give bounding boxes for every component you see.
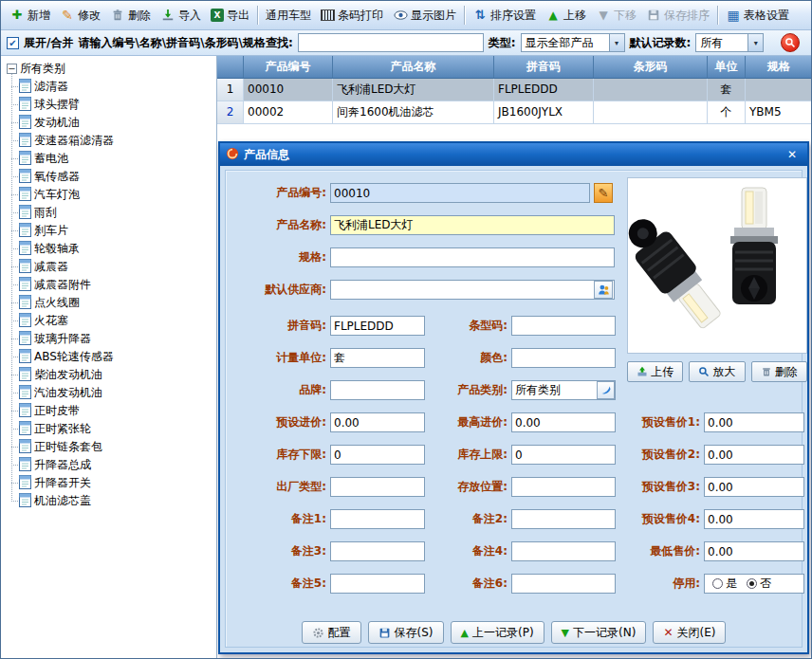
tree-root[interactable]: − 所有类别 xyxy=(7,60,216,78)
tree-item[interactable]: 火花塞 xyxy=(11,312,216,330)
previous-record-button[interactable]: ▲ 上一记录(P) xyxy=(451,621,544,644)
label-color: 颜色: xyxy=(408,348,508,368)
universal-models-button[interactable]: 通用车型 xyxy=(261,5,316,27)
tree-item[interactable]: 刹车片 xyxy=(11,222,216,240)
price4-input[interactable] xyxy=(704,509,804,529)
tree-item[interactable]: 点火线圈 xyxy=(11,294,216,312)
tree-item[interactable]: 滤清器 xyxy=(11,78,216,96)
supplier-input[interactable] xyxy=(330,280,615,300)
document-icon xyxy=(19,295,31,312)
zoom-image-button[interactable]: 放大 xyxy=(689,361,745,382)
radio-no[interactable]: 否 xyxy=(747,576,771,592)
row-number-header[interactable] xyxy=(217,56,244,79)
add-button[interactable]: ✚ 新增 xyxy=(5,5,55,27)
export-button[interactable]: X 导出 xyxy=(206,5,254,27)
tree-item[interactable]: 汽车灯泡 xyxy=(11,186,216,204)
pick-supplier-button[interactable] xyxy=(594,281,613,299)
plus-icon: ✚ xyxy=(9,8,25,23)
delete-button[interactable]: 删除 xyxy=(105,5,156,27)
tree-item[interactable]: 正时皮带 xyxy=(11,402,216,420)
expand-checkbox[interactable]: ✔ xyxy=(7,37,19,49)
delete-image-button[interactable]: 删除 xyxy=(751,361,807,382)
min-price-input[interactable] xyxy=(704,541,804,561)
close-button[interactable]: ✕ 关闭(E) xyxy=(653,621,726,644)
price3-input[interactable] xyxy=(704,477,804,497)
tree-item[interactable]: 减震器 xyxy=(11,258,216,276)
label-product-code: 产品编号: xyxy=(224,183,326,203)
tree-item[interactable]: 球头摆臂 xyxy=(11,96,216,114)
product-name-input[interactable] xyxy=(330,215,615,235)
next-record-button[interactable]: ▼ 下一记录(N) xyxy=(551,621,647,644)
price1-input[interactable] xyxy=(704,412,804,432)
upload-image-button[interactable]: 上传 xyxy=(627,361,683,382)
barcode-input[interactable] xyxy=(511,316,616,336)
tree-item[interactable]: 变速器箱滤清器 xyxy=(11,132,216,150)
expand-toggle[interactable]: 展开/合并 xyxy=(24,35,73,51)
radio-yes[interactable]: 是 xyxy=(712,576,737,592)
tree-item[interactable]: 减震器附件 xyxy=(11,276,216,294)
label-brand: 品牌: xyxy=(224,380,326,400)
modify-button-label: 修改 xyxy=(78,8,101,24)
price2-input[interactable] xyxy=(704,445,804,465)
chevron-down-icon: ▾ xyxy=(609,34,624,51)
search-button[interactable] xyxy=(781,33,800,52)
move-down-button[interactable]: ▼ 下移 xyxy=(591,5,641,27)
records-dropdown[interactable]: 所有 ▾ xyxy=(695,33,764,52)
modify-button[interactable]: ✎ 修改 xyxy=(55,5,105,27)
excel-icon: X xyxy=(211,9,224,22)
row-number: 1 xyxy=(217,79,244,101)
save-button[interactable]: 保存(S) xyxy=(368,621,444,644)
tree-item[interactable]: 汽油发动机油 xyxy=(11,384,216,402)
table-row[interactable]: 1 00010 飞利浦LED大灯 FLPLEDDD 套 xyxy=(217,79,812,101)
barcode-print-button[interactable]: 条码打印 xyxy=(316,5,388,27)
collapse-icon[interactable]: − xyxy=(7,64,17,74)
import-button[interactable]: 导入 xyxy=(156,5,206,27)
dialog-titlebar[interactable]: 产品信息 ✕ xyxy=(220,143,807,166)
document-icon xyxy=(19,151,31,168)
col-header-code[interactable]: 产品编号 xyxy=(244,56,333,79)
tree-item[interactable]: 柴油发动机油 xyxy=(11,366,216,384)
tree-item[interactable]: 雨刮 xyxy=(11,204,216,222)
col-header-name[interactable]: 产品名称 xyxy=(333,56,494,79)
search-icon xyxy=(784,37,796,48)
document-icon xyxy=(19,169,31,186)
tree-item[interactable]: 蓄电池 xyxy=(11,150,216,168)
tree-item[interactable]: 升降器开关 xyxy=(11,474,216,492)
tree-item[interactable]: 正时链条套包 xyxy=(11,438,216,456)
search-input[interactable] xyxy=(298,33,484,52)
col-header-barcode[interactable]: 条形码 xyxy=(594,56,708,79)
tree-root-label: 所有类别 xyxy=(20,61,65,77)
save-sort-button[interactable]: 保存排序 xyxy=(641,5,714,27)
move-up-button[interactable]: ▲ 上移 xyxy=(541,5,591,27)
color-input[interactable] xyxy=(511,348,616,368)
tree-item[interactable]: 正时紧张轮 xyxy=(11,420,216,438)
browse-category-button[interactable] xyxy=(597,381,615,399)
col-header-pinyin[interactable]: 拼音码 xyxy=(494,56,594,79)
dialog-body: 产品编号: ✎ 产品名称: 规格: 默认供应商: 拼音码: 条型码: 计量单位:… xyxy=(220,166,807,652)
tree-item[interactable]: 机油滤芯盖 xyxy=(11,492,216,510)
label-price3: 预设售价3: xyxy=(600,477,700,497)
config-button[interactable]: 配置 xyxy=(302,621,361,644)
table-settings-button[interactable]: ▦ 表格设置 xyxy=(721,5,794,27)
label-category: 产品类别: xyxy=(408,380,508,400)
label-note6: 备注6: xyxy=(408,574,508,594)
show-images-button[interactable]: 显示图片 xyxy=(388,5,461,27)
tree-item[interactable]: 玻璃升降器 xyxy=(11,330,216,348)
tree-item[interactable]: ABS轮速传感器 xyxy=(11,348,216,366)
tree-item[interactable]: 发动机油 xyxy=(11,114,216,132)
tree-item[interactable]: 升降器总成 xyxy=(11,456,216,474)
close-icon[interactable]: ✕ xyxy=(783,146,802,163)
cell-unit: 个 xyxy=(708,101,746,124)
tree-item[interactable]: 轮毂轴承 xyxy=(11,240,216,258)
col-header-unit[interactable]: 单位 xyxy=(708,56,746,79)
edit-code-button[interactable]: ✎ xyxy=(594,183,613,203)
product-code-input[interactable] xyxy=(330,183,590,203)
spec-input[interactable] xyxy=(330,247,615,267)
type-dropdown[interactable]: 显示全部产品 ▾ xyxy=(521,33,625,52)
image-buttons: 上传 放大 删除 xyxy=(627,361,807,382)
col-header-spec[interactable]: 规格 xyxy=(746,56,812,79)
sort-settings-button[interactable]: ⇅ 排序设置 xyxy=(468,5,541,27)
category-tree: − 所有类别 滤清器 球头摆臂 发动机油 变速器箱滤清器 蓄电池 氧传感器 汽车… xyxy=(1,56,217,658)
table-row[interactable]: 2 00002 间奔1600机油滤芯 JB1600JYLX 个 YBM5 xyxy=(217,101,812,124)
tree-item[interactable]: 氧传感器 xyxy=(11,168,216,186)
